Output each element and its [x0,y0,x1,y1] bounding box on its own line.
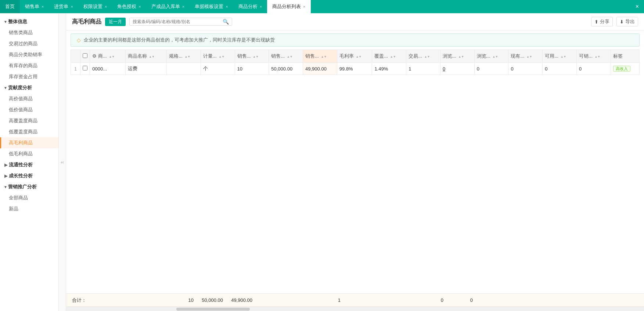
sort-icon[interactable]: ▲▼ [356,55,361,58]
sort-icon[interactable]: ▲▼ [253,55,259,58]
sidebar-item-new-goods[interactable]: 新品 [0,203,58,214]
col-available[interactable]: 可用... ▲▼ [543,50,577,63]
nav-close-icon[interactable]: × [182,4,184,9]
nav-permissions[interactable]: 权限设置 × [78,0,112,13]
search-icon[interactable]: 🔍 [223,19,229,25]
row-checkbox[interactable] [83,66,87,70]
sidebar-group-label: 流通性分析 [9,162,33,168]
col-transaction[interactable]: 交易... ▲▼ [406,50,440,63]
sidebar-group-label: 成长性分析 [9,173,33,179]
sidebar-group-liquidity[interactable]: ▶ 流通性分析 [0,159,58,170]
sort-icon[interactable]: ▲▼ [526,55,532,58]
sort-icon[interactable]: ▲▼ [424,55,430,58]
window-close-button[interactable]: × [630,0,644,13]
footer-totals-bar: 合计： 10 50,000.00 49,900.00 1 0 0 [66,293,644,307]
nav-purchase-order[interactable]: 进货单 × [49,0,78,13]
sidebar-group-growth[interactable]: ▶ 成长性分析 [0,170,58,181]
sidebar-item-low-margin[interactable]: 低毛利商品 [0,148,58,159]
sidebar-group-contribution[interactable]: ▾ 贡献度分析 [0,82,58,93]
col-unit[interactable]: 计量... ▲▼ [201,50,235,63]
horizontal-scrollbar[interactable] [66,307,644,311]
nav-template-settings[interactable]: 单据模板设置 × [190,0,233,13]
sidebar-item-traded-goods[interactable]: 交易过的商品 [0,38,58,49]
content-header: 高毛利商品 近一月 🔍 ⬆ 分享 ⬇ 导出 [66,13,644,30]
search-input[interactable] [133,19,223,24]
sidebar-item-sales-goods[interactable]: 销售类商品 [0,27,58,38]
col-sellable[interactable]: 可销... ▲▼ [576,50,611,63]
row-coverage-cell: 1.49% [372,63,406,75]
col-rownum [71,50,80,63]
col-name[interactable]: 商品名称 ▲▼ [125,50,166,63]
nav-role-auth[interactable]: 角色授权 × [112,0,146,13]
col-sales-qty[interactable]: 销售... ▲▼ [235,50,269,63]
col-spec[interactable]: 规格... ▲▼ [166,50,201,63]
table-row: 1 0000... 运费 个 10 50,000.00 49,900.00 99… [71,63,640,75]
nav-close-icon[interactable]: × [42,4,44,9]
nav-label: 进货单 [54,3,68,10]
col-sales-profit[interactable]: 销售... ▲▼ [303,50,337,63]
sidebar-item-high-coverage[interactable]: 高覆盖度商品 [0,115,58,126]
share-button[interactable]: ⬆ 分享 [591,17,613,26]
export-button[interactable]: ⬇ 导出 [616,17,638,26]
sort-icon[interactable]: ▲▼ [184,55,190,58]
sidebar-collapse-button[interactable]: ‹‹ [59,13,66,311]
sort-icon[interactable]: ▲▼ [594,55,600,58]
col-checkbox [80,50,90,63]
nav-product-analysis[interactable]: 商品分析 × [233,0,267,13]
col-coverage[interactable]: 覆盖... ▲▼ [372,50,406,63]
sort-icon[interactable]: ▲▼ [458,55,464,58]
sort-icon[interactable]: ▲▼ [287,55,293,58]
row-sales-qty-cell: 10 [235,63,269,75]
footer-sales-qty: 10 [167,297,197,303]
nav-product-analysis-list[interactable]: 商品分析列表 × [267,0,310,13]
sidebar-item-in-stock-goods[interactable]: 有库存的商品 [0,60,58,71]
sort-icon[interactable]: ▲▼ [109,55,115,58]
row-browse1-cell[interactable]: 0 [440,63,474,75]
row-code-cell: 0000... [90,63,125,75]
nav-close-icon[interactable]: × [303,4,305,9]
col-browse1[interactable]: 浏览... ▲▼ [440,50,474,63]
sort-icon[interactable]: ▲▼ [561,55,566,58]
nav-label: 销售单 [25,3,39,10]
table-wrapper: ⚙ 商... ▲▼ 商品名称 ▲▼ 规格... ▲▼ [66,50,644,293]
sort-icon[interactable]: ▲▼ [149,55,155,58]
nav-close-icon[interactable]: × [260,4,262,9]
col-current-stock[interactable]: 现有... ▲▼ [508,50,543,63]
browse1-link[interactable]: 0 [443,66,445,72]
sort-icon[interactable]: ▲▼ [492,55,498,58]
col-code[interactable]: ⚙ 商... ▲▼ [90,50,125,63]
sidebar-item-high-margin[interactable]: 高毛利商品 [0,137,58,148]
nav-close-icon[interactable]: × [138,4,141,9]
row-available-cell: 0 [543,63,577,75]
sidebar-item-low-value[interactable]: 低价值商品 [0,104,58,115]
sidebar-group-marketing[interactable]: ▾ 营销推广分析 [0,181,58,192]
tip-bar: ◇ 企业的主要的利润都是这部分商品创造的，可考虑加大推广，同时关注库存是不要出现… [71,33,640,47]
nav-close-icon[interactable]: × [105,4,107,9]
nav-label: 角色授权 [117,3,136,10]
select-all-checkbox[interactable] [83,53,87,58]
nav-product-warehouse[interactable]: 产成品入库单 × [146,0,190,13]
period-filter-button[interactable]: 近一月 [105,18,126,26]
nav-label: 产成品入库单 [151,3,180,10]
nav-sales-order[interactable]: 销售单 × [20,0,49,13]
col-tag: 标签 [611,50,639,63]
sidebar-group-overall[interactable]: ▾ 整体信息 [0,16,58,27]
sidebar-item-high-value[interactable]: 高价值商品 [0,93,58,104]
nav-label: 权限设置 [83,3,102,10]
sidebar-item-category-sales-rate[interactable]: 商品分类助销率 [0,49,58,60]
col-browse2[interactable]: 浏览... ▲▼ [474,50,508,63]
col-gross-rate[interactable]: 毛利率 ▲▼ [337,50,372,63]
sidebar-item-all-goods[interactable]: 全部商品 [0,192,58,203]
row-checkbox-cell [80,63,90,75]
sidebar-item-low-coverage[interactable]: 低覆盖度商品 [0,126,58,137]
nav-home[interactable]: 首页 [0,0,20,13]
sort-icon[interactable]: ▲▼ [219,55,224,58]
sort-icon[interactable]: ▲▼ [390,55,396,58]
scrollbar-thumb[interactable] [176,308,250,311]
sidebar-item-inventory-capital[interactable]: 库存资金占用 [0,71,58,82]
nav-close-icon[interactable]: × [71,4,73,9]
row-sales-amount-cell: 50,000.00 [269,63,303,75]
sort-icon[interactable]: ▲▼ [321,55,327,58]
nav-close-icon[interactable]: × [226,4,228,9]
col-sales-amount[interactable]: 销售... ▲▼ [269,50,303,63]
